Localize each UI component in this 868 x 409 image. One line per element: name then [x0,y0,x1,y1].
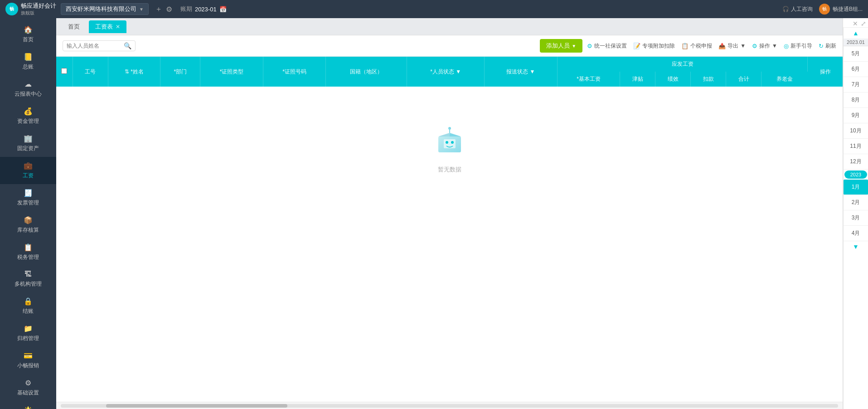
svg-point-7 [448,127,451,130]
th-checkbox[interactable] [56,57,73,87]
filter-status-icon: ▼ [456,68,461,75]
calendar-icon[interactable]: 📅 [219,6,227,13]
expense-icon: 💳 [24,351,33,360]
user-menu[interactable]: 畅 畅捷通B组... [819,4,863,15]
sidebar-item-inventory[interactable]: 📦 库存核算 [0,211,56,239]
sidebar-item-invoice[interactable]: 🧾 发票管理 [0,184,56,211]
th-status[interactable]: *人员状态 ▼ [407,57,485,87]
th-dept: *部门 [160,57,200,87]
month-picker: ▲ 2023.01 5月 6月 7月 8月 9月 10月 11月 12月 202… [843,28,868,409]
sidebar-item-fund[interactable]: 💰 资金管理 [0,102,56,130]
sidebar-label-archive: 归档管理 [17,335,39,342]
tab-close-icon[interactable]: ✕ [116,24,120,30]
filter-report-icon: ▼ [530,68,535,75]
headset-icon: 🎧 [782,6,789,12]
month-6[interactable]: 6月 [844,62,868,77]
export-btn[interactable]: 📤 导出 ▼ [718,42,746,50]
month-4[interactable]: 4月 [844,226,868,241]
month-10[interactable]: 10月 [844,123,868,139]
sidebar-item-guide[interactable]: 🌟 新手引导 [0,401,56,409]
sidebar-item-cloud[interactable]: ☁ 云报表中心 [0,75,56,102]
month-9[interactable]: 9月 [844,108,868,123]
assets-icon: 🏢 [24,134,33,143]
tab-home[interactable]: 首页 [62,20,86,33]
nav-up-icon[interactable]: ▲ [853,29,859,37]
period-value[interactable]: 2023-01 [195,6,217,13]
close-panel-icon[interactable]: ✕ [853,20,858,27]
sidebar-label-close: 结账 [23,307,34,315]
username: 畅捷通B组... [833,5,863,13]
sidebar-item-multiorg[interactable]: 🏗 多机构管理 [0,266,56,292]
company-chevron-icon: ▼ [139,7,144,12]
operations-btn[interactable]: ⚙ 操作 ▼ [752,42,777,50]
sidebar-item-settings[interactable]: ⚙ 基础设置 [0,374,56,401]
invoice-icon: 🧾 [24,189,33,197]
expand-panel-icon[interactable]: ⤢ [861,20,866,27]
settings-icon[interactable]: ⚙ [166,5,172,14]
horizontal-scrollbar[interactable] [61,404,838,408]
add-icon[interactable]: ＋ [155,5,162,14]
select-all-checkbox[interactable] [61,68,67,74]
refresh-icon: ↻ [819,43,824,49]
th-report-status[interactable]: 报送状态 ▼ [485,57,558,87]
tab-home-label: 首页 [68,23,80,31]
inventory-icon: 📦 [24,216,33,224]
month-11[interactable]: 11月 [844,139,868,154]
month-8[interactable]: 8月 [844,93,868,108]
add-employee-button[interactable]: 添加人员 ▼ [540,39,582,53]
service-btn[interactable]: 🎧 人工咨询 [782,5,813,13]
table-wrapper: 工号 ⇅ *姓名 *部门 *证照类型 *证照号码 国籍（地区） *人员状态 ▼ … [56,57,843,402]
th-ops: 操作 [808,57,843,87]
year-label-2023: 2023 [844,170,867,179]
salary-table: 工号 ⇅ *姓名 *部门 *证照类型 *证照号码 国籍（地区） *人员状态 ▼ … [56,57,843,210]
scrollbar-thumb[interactable] [106,404,287,408]
month-3[interactable]: 3月 [844,210,868,226]
company-selector[interactable]: 西安虾米网络科技有限公司 ▼ [61,3,149,15]
sidebar-label-settings: 基础设置 [17,389,39,397]
sidebar-item-ledger[interactable]: 📒 总账 [0,48,56,75]
sidebar-item-assets[interactable]: 🏢 固定资产 [0,130,56,157]
sidebar-item-tax[interactable]: 📋 税务管理 [0,239,56,266]
refresh-btn[interactable]: ↻ 刷新 [819,42,836,50]
month-nav-down[interactable]: ▼ [844,241,868,252]
th-total: 合计 [726,72,761,87]
month-7[interactable]: 7月 [844,77,868,93]
month-5[interactable]: 5月 [844,46,868,62]
avatar: 畅 [819,4,830,15]
month-nav-up[interactable]: ▲ [844,28,868,39]
search-input[interactable] [67,43,121,49]
tax-icon: 📋 [24,243,33,252]
th-pension: 养老金 [761,72,808,87]
nav-down-icon[interactable]: ▼ [853,243,859,250]
topbar-right: 🎧 人工咨询 畅 畅捷通B组... [782,4,863,15]
empty-text: 暂无数据 [438,166,461,174]
social-security-btn[interactable]: ⚙ 统一社保设置 [587,42,627,50]
sidebar-item-archive[interactable]: 📁 归档管理 [0,320,56,347]
sidebar-item-close[interactable]: 🔒 结账 [0,292,56,320]
special-deduct-btn[interactable]: 📝 专项附加扣除 [633,42,675,50]
logo-icon: 畅 [5,3,18,15]
sidebar-label-assets: 固定资产 [17,145,39,152]
sidebar-item-salary[interactable]: 💼 工资 [0,157,56,184]
sidebar-label-tax: 税务管理 [17,253,39,261]
sidebar-item-expense[interactable]: 💳 小畅报销 [0,347,56,374]
settings-nav-icon: ⚙ [25,379,31,387]
tax-report-btn[interactable]: 📋 个税申报 [681,42,712,50]
sidebar-label-ledger: 总账 [23,63,34,71]
sidebar-item-home[interactable]: 🏠 首页 [0,21,56,48]
month-1[interactable]: 1月 [844,180,868,195]
month-2[interactable]: 2月 [844,195,868,210]
archive-icon: 📁 [24,324,33,333]
th-name[interactable]: ⇅ *姓名 [108,57,160,87]
search-icon[interactable]: 🔍 [124,42,131,49]
sidebar-label-invoice: 发票管理 [17,199,39,207]
sidebar-label-expense: 小畅报销 [17,362,39,370]
month-12[interactable]: 12月 [844,154,868,170]
salary-icon: 💼 [24,161,33,170]
tab-salary-table[interactable]: 工资表 ✕ [89,20,126,33]
content-area: 首页 工资表 ✕ 🔍 添加人员 ▼ ⚙ 统一社保设置 [56,18,843,409]
company-name: 西安虾米网络科技有限公司 [66,5,136,13]
ledger-icon: 📒 [24,53,33,61]
tabs-bar: 首页 工资表 ✕ [56,18,843,35]
guide-btn[interactable]: ◎ 新手引导 [784,42,812,50]
